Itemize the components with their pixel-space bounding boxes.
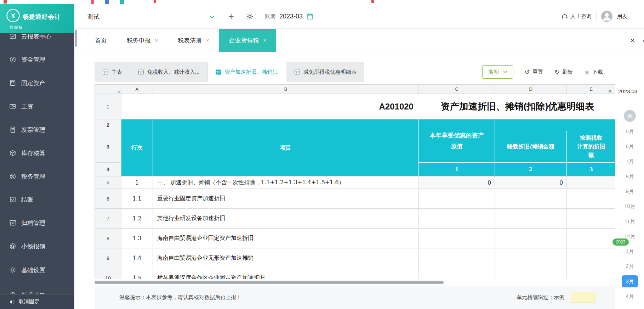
- cell-value[interactable]: [495, 248, 567, 268]
- month-3[interactable]: 3月: [622, 275, 638, 287]
- month-7[interactable]: 7月: [622, 156, 638, 168]
- month-1[interactable]: 1月: [622, 245, 638, 257]
- cell-value[interactable]: [567, 268, 615, 279]
- add-account-button[interactable]: +: [228, 4, 234, 28]
- row-header-2[interactable]: 2: [95, 119, 121, 131]
- row-header-4[interactable]: 4: [95, 163, 121, 176]
- cell-item[interactable]: 其他行业研发设备加速折旧: [153, 209, 419, 229]
- sidebar-item-funds[interactable]: 资金管理: [0, 48, 74, 71]
- sidebar-item-settings[interactable]: 基础设置: [0, 258, 74, 282]
- tab-corporate-income-tax[interactable]: 企业所得税 ×: [219, 29, 276, 52]
- cell-value[interactable]: [495, 268, 567, 279]
- select-all-corner[interactable]: [95, 85, 121, 94]
- cell-value[interactable]: [567, 189, 615, 209]
- cell-value[interactable]: 0: [419, 176, 495, 189]
- cell-value[interactable]: [567, 176, 615, 189]
- column-header-d[interactable]: D: [495, 85, 567, 94]
- row-header-6[interactable]: 6: [95, 189, 121, 209]
- row-header-1[interactable]: 1: [95, 94, 121, 119]
- cell-value[interactable]: [495, 209, 567, 229]
- tabs-close-button[interactable]: ×: [631, 36, 635, 45]
- month-5[interactable]: 5月: [622, 125, 638, 137]
- user-avatar[interactable]: [601, 11, 612, 22]
- cell-line[interactable]: 1: [121, 176, 153, 189]
- sidebar-item-cloud-reports[interactable]: 云报表中心: [0, 25, 74, 48]
- month-2[interactable]: 2月: [622, 260, 638, 272]
- row-header-9[interactable]: 9: [95, 248, 121, 268]
- period-filter-button[interactable]: 期初: [482, 65, 513, 79]
- row-header-5[interactable]: 5: [95, 176, 121, 189]
- account-select[interactable]: 测试: [87, 8, 218, 26]
- cell-value[interactable]: [419, 248, 495, 268]
- row-header-3[interactable]: 3: [95, 131, 121, 163]
- tab-home[interactable]: 首页: [85, 29, 117, 52]
- cell-line[interactable]: 1.1: [121, 189, 153, 209]
- cell-value[interactable]: [419, 268, 495, 279]
- subtab-label: 免税收入、减计收入...: [147, 69, 200, 75]
- reset-label: 重置: [532, 69, 543, 75]
- tab-tax-register[interactable]: 税表清册 ×: [168, 29, 219, 52]
- sidebar-scrollbar[interactable]: [75, 30, 77, 47]
- cell-value[interactable]: [567, 229, 615, 248]
- month-4[interactable]: 4月: [622, 290, 638, 302]
- sidebar-item-archive[interactable]: 归档管理: [0, 211, 74, 235]
- support-button[interactable]: 人工咨询: [562, 13, 592, 20]
- cell-item[interactable]: 横琴粤澳深度合作区企业固定资产加速折旧: [153, 268, 419, 279]
- cell-item[interactable]: 海南自由贸易港企业固定资产加速折旧: [153, 229, 419, 248]
- month-10[interactable]: 10月: [622, 200, 638, 212]
- unpin-button[interactable]: 取消固定: [0, 294, 74, 309]
- sidebar-item-tax[interactable]: 税务管理: [0, 165, 74, 188]
- header-item: 项目: [153, 119, 419, 176]
- cell-value[interactable]: [495, 189, 567, 209]
- refresh-button[interactable]: ↻ 刷新: [554, 69, 573, 75]
- account-settings-button[interactable]: [246, 4, 253, 28]
- subtab-taxfree-income[interactable]: 免税收入、减计收入...: [130, 62, 208, 82]
- cell-value[interactable]: [419, 229, 495, 248]
- cell-value[interactable]: 0: [495, 176, 567, 189]
- scroll-up-button[interactable]: [624, 110, 636, 122]
- month-11[interactable]: 11月: [622, 215, 638, 227]
- sidebar-item-invoices[interactable]: 发票管理: [0, 118, 74, 141]
- user-name[interactable]: 用友: [617, 13, 628, 20]
- subtab-accelerated-depreciation[interactable]: 资产加速折旧、摊销(...: [208, 62, 287, 82]
- sidebar-item-label: 税务管理: [21, 173, 45, 181]
- tab-tax-filing[interactable]: 税务申报 ×: [117, 29, 168, 52]
- close-icon[interactable]: ×: [155, 38, 158, 43]
- cell-line[interactable]: 1.5: [121, 268, 153, 279]
- period-picker[interactable]: 账期 2023-03: [265, 4, 313, 28]
- sidebar-item-fixed-assets[interactable]: 固定资产: [0, 71, 74, 95]
- month-6[interactable]: 6月: [622, 140, 638, 152]
- sidebar-item-salary[interactable]: 工资: [0, 95, 74, 118]
- cell-value[interactable]: [567, 248, 615, 268]
- column-header-c[interactable]: C: [419, 85, 495, 94]
- cell-item[interactable]: 重要行业固定资产加速折旧: [153, 189, 419, 209]
- cell-value[interactable]: [419, 209, 495, 229]
- row-header-10[interactable]: 10: [95, 268, 121, 279]
- sidebar-item-inventory[interactable]: 库存核算: [0, 141, 74, 165]
- subtab-tax-reduction-detail[interactable]: 减免所得税优惠明细表: [286, 62, 364, 82]
- sidebar-item-closing[interactable]: 结账: [0, 188, 74, 211]
- cell-line[interactable]: 1.4: [121, 248, 153, 268]
- column-header-a[interactable]: A: [121, 85, 153, 94]
- month-8[interactable]: 8月: [622, 170, 638, 182]
- row-header-8[interactable]: 8: [95, 229, 121, 248]
- cell-item[interactable]: 海南自由贸易港企业无形资产加速摊销: [153, 248, 419, 268]
- column-header-b[interactable]: B: [153, 85, 419, 94]
- cell-item[interactable]: 一、 加速折旧、摊销（不含一次性扣除，1.1+1.2+1.3+1.4+1.5+1…: [153, 176, 419, 189]
- cell-line[interactable]: 1.2: [121, 209, 153, 229]
- horizontal-scrollbar[interactable]: [95, 281, 444, 284]
- reset-button[interactable]: ↺ 重置: [525, 69, 543, 75]
- month-9[interactable]: 9月: [622, 185, 638, 197]
- collapse-panel-icon[interactable]: »: [608, 87, 612, 95]
- cell-value[interactable]: [495, 229, 567, 248]
- tabs-overflow-icon[interactable]: »: [642, 37, 644, 44]
- close-icon[interactable]: ×: [206, 38, 209, 43]
- cell-value[interactable]: [567, 209, 615, 229]
- cell-line[interactable]: 1.3: [121, 229, 153, 248]
- close-icon[interactable]: ×: [263, 38, 266, 43]
- cell-value[interactable]: [419, 189, 495, 209]
- download-button[interactable]: 下载: [584, 69, 603, 75]
- row-header-7[interactable]: 7: [95, 209, 121, 229]
- sidebar-item-reimburse[interactable]: 小畅报销: [0, 235, 74, 258]
- subtab-main-table[interactable]: 主表: [95, 62, 130, 82]
